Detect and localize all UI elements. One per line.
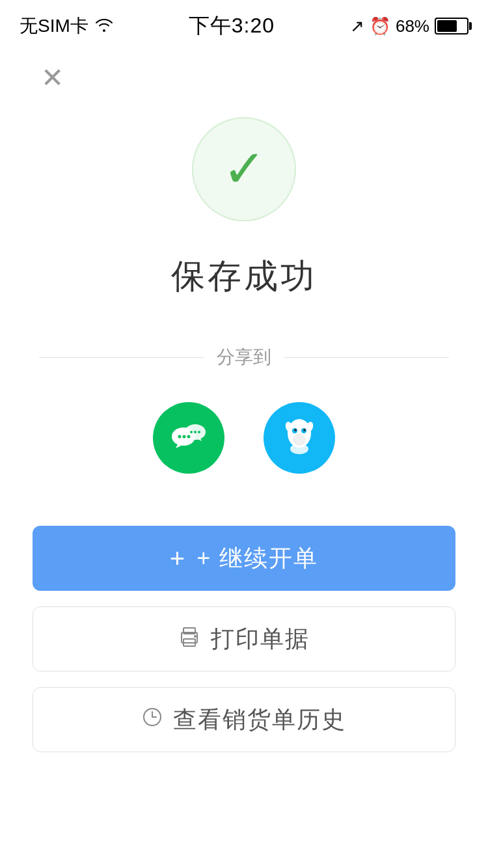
printer-icon [178,627,200,652]
svg-point-3 [183,435,186,439]
print-button[interactable]: 打印单据 [33,606,455,671]
share-section: 分享到 [0,345,488,474]
status-left: 无SIM卡 [20,14,113,38]
svg-point-13 [303,429,306,431]
divider-left [39,357,204,358]
history-label: 查看销货单历史 [173,704,346,736]
status-right: ↗ ⏰ 68% [350,16,468,36]
qq-share-button[interactable] [264,402,335,474]
main-content: ✓ 保存成功 分享到 [0,52,488,752]
svg-point-4 [187,435,191,439]
svg-point-5 [190,431,193,433]
close-button[interactable]: ✕ [33,59,72,98]
success-title: 保存成功 [171,254,317,299]
print-label: 打印单据 [211,623,310,655]
svg-point-15 [293,434,306,446]
action-buttons: + + 继续开单 打印单据 查看销货单历 [33,526,455,752]
svg-point-21 [194,635,197,638]
battery-icon [435,18,468,34]
svg-point-6 [194,431,197,433]
share-icons-row [153,402,335,474]
share-divider-row: 分享到 [0,345,488,370]
success-circle: ✓ [192,117,296,221]
battery-percent: 68% [396,16,429,36]
svg-point-7 [198,431,200,433]
svg-point-12 [294,429,297,431]
history-button[interactable]: 查看销货单历史 [33,687,455,752]
status-bar: 无SIM卡 下午3:20 ↗ ⏰ 68% [0,0,488,52]
continue-button[interactable]: + + 继续开单 [33,526,455,591]
close-icon: ✕ [41,64,64,92]
wechat-share-button[interactable] [153,402,224,474]
location-icon: ↗ [350,16,364,36]
plus-icon: + [170,544,186,573]
history-icon [142,707,163,733]
status-time: 下午3:20 [189,12,275,40]
share-label: 分享到 [204,345,284,370]
checkmark-icon: ✓ [223,143,266,195]
svg-point-2 [178,435,182,439]
carrier-text: 无SIM卡 [20,14,88,38]
wifi-icon [95,16,113,36]
divider-right [284,357,449,358]
continue-label: + 继续开单 [197,543,318,575]
alarm-icon: ⏰ [370,16,390,36]
